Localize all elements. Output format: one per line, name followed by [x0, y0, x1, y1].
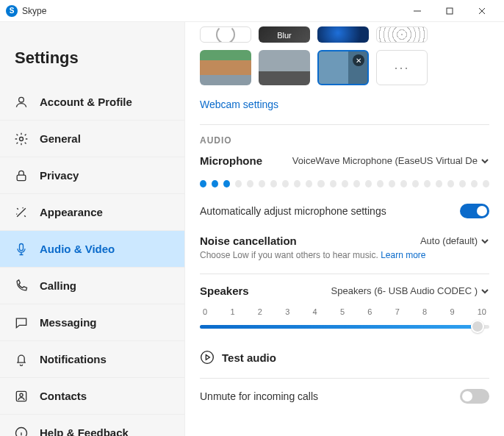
microphone-device-dropdown[interactable]: VoiceWave Microphone (EaseUS Virtual De — [292, 155, 489, 166]
wand-icon — [13, 204, 29, 221]
divider — [200, 274, 489, 274]
speakers-device-dropdown[interactable]: Speakers (6- USB Audio CODEC ) — [331, 285, 489, 296]
sidebar-item-account[interactable]: Account & Profile — [0, 84, 184, 121]
sidebar-item-label: General — [40, 132, 81, 145]
window-maximize-button[interactable] — [433, 0, 466, 22]
bg-option-more[interactable]: ··· — [376, 50, 428, 85]
noise-cancellation-dropdown[interactable]: Auto (default) — [420, 235, 489, 246]
sidebar-item-audio-video[interactable]: Audio & Video — [0, 231, 184, 268]
phone-icon — [13, 278, 29, 294]
svg-point-8 — [201, 351, 214, 364]
bg-option-room[interactable] — [200, 50, 251, 85]
sidebar-item-contacts[interactable]: Contacts — [0, 378, 184, 415]
sidebar-item-messaging[interactable]: Messaging — [0, 304, 184, 341]
slider-knob[interactable] — [471, 320, 484, 333]
svg-point-1 — [19, 97, 24, 102]
auto-adjust-label: Automatically adjust microphone settings — [200, 205, 386, 217]
speaker-volume-slider[interactable] — [200, 319, 489, 334]
remove-bg-icon[interactable]: ✕ — [353, 54, 364, 66]
speakers-device-value: Speakers (6- USB Audio CODEC ) — [331, 285, 478, 296]
noise-hint: Choose Low if you want others to hear mu… — [200, 250, 489, 260]
gear-icon — [13, 131, 29, 147]
bg-option-selected[interactable]: ✕ — [317, 50, 369, 85]
info-icon — [13, 425, 29, 437]
titlebar: S Skype — [0, 0, 504, 22]
microphone-icon — [13, 241, 29, 257]
unmute-label: Unmute for incoming calls — [200, 390, 318, 402]
sidebar-item-label: Calling — [40, 279, 76, 292]
window-close-button[interactable] — [466, 0, 498, 22]
chat-icon — [13, 315, 29, 331]
unmute-toggle[interactable] — [460, 389, 489, 404]
bg-option-blur[interactable]: Blur — [259, 26, 310, 43]
background-thumbs-row-2: ✕ ··· — [200, 50, 489, 85]
microphone-label: Microphone — [200, 154, 262, 167]
sidebar-item-label: Messaging — [40, 316, 97, 329]
window-minimize-button[interactable] — [401, 0, 433, 22]
svg-rect-3 — [17, 175, 26, 181]
bg-option-abstract[interactable] — [376, 26, 428, 43]
learn-more-link[interactable]: Learn more — [381, 250, 425, 260]
noise-cancellation-value: Auto (default) — [420, 235, 478, 246]
sidebar-item-label: Contacts — [40, 390, 87, 402]
svg-rect-0 — [447, 8, 453, 14]
divider — [200, 378, 489, 379]
svg-point-6 — [20, 393, 23, 396]
speakers-label: Speakers — [200, 285, 249, 297]
sidebar-item-general[interactable]: General — [0, 121, 184, 157]
svg-rect-4 — [20, 243, 24, 250]
sidebar-item-label: Appearance — [40, 206, 103, 218]
bg-option-city[interactable] — [259, 50, 310, 85]
sidebar-item-appearance[interactable]: Appearance — [0, 194, 184, 231]
auto-adjust-toggle[interactable] — [460, 204, 489, 218]
sidebar-item-label: Notifications — [40, 353, 107, 365]
noise-cancellation-label: Noise cancellation — [200, 235, 297, 247]
microphone-device-value: VoiceWave Microphone (EaseUS Virtual De — [292, 155, 478, 166]
lock-icon — [13, 168, 29, 184]
test-audio-label: Test audio — [222, 351, 276, 364]
person-icon — [13, 94, 29, 110]
play-icon — [200, 350, 215, 365]
sidebar-item-label: Account & Profile — [40, 96, 132, 108]
sidebar-item-help[interactable]: Help & Feedback — [0, 415, 184, 436]
chevron-down-icon — [480, 157, 489, 165]
bg-option-bing[interactable] — [317, 26, 369, 43]
sidebar-item-label: Help & Feedback — [40, 426, 129, 436]
chevron-down-icon — [480, 287, 489, 296]
sidebar-item-label: Privacy — [40, 169, 79, 182]
app-name: Skype — [22, 6, 46, 16]
bell-icon — [13, 351, 29, 368]
svg-point-2 — [20, 137, 24, 140]
divider — [200, 124, 489, 125]
content-pane: Blur ✕ ··· Webcam settings AUDIO Microph… — [185, 22, 504, 436]
sidebar-item-calling[interactable]: Calling — [0, 268, 184, 304]
sidebar-item-notifications[interactable]: Notifications — [0, 341, 184, 378]
test-audio-button[interactable]: Test audio — [200, 350, 489, 365]
speaker-slider-ticks: 012345678910 — [200, 307, 489, 316]
skype-logo-icon: S — [6, 5, 18, 17]
microphone-level-meter — [200, 180, 489, 187]
chevron-down-icon — [480, 237, 489, 246]
contacts-icon — [13, 388, 29, 404]
webcam-settings-link[interactable]: Webcam settings — [200, 99, 278, 110]
background-thumbs-row-1: Blur — [200, 26, 489, 43]
sidebar-item-label: Audio & Video — [40, 243, 115, 255]
bg-option-none[interactable] — [200, 26, 251, 43]
audio-section-label: AUDIO — [200, 135, 489, 146]
sidebar-item-privacy[interactable]: Privacy — [0, 157, 184, 194]
sidebar: Settings Account & Profile General Priva… — [0, 22, 185, 436]
settings-title: Settings — [0, 22, 184, 84]
